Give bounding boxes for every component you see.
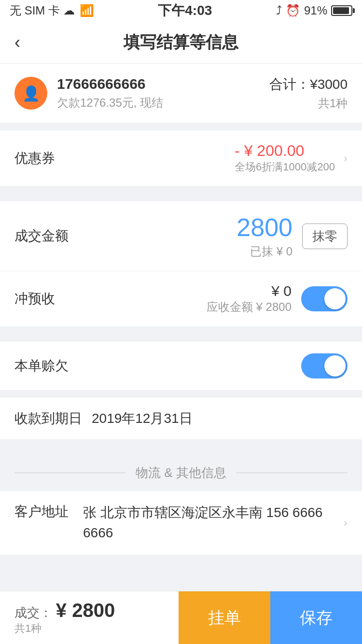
prepay-toggle[interactable] (301, 286, 348, 311)
status-bar: 无 SIM 卡 ☁ 📶 下午4:03 ⤴ ⏰ 91% (0, 0, 362, 21)
prepay-amount: ¥ 0 (207, 283, 292, 299)
prepay-label: 冲预收 (14, 290, 55, 308)
alarm-icon: ⏰ (286, 4, 300, 17)
customer-info: 17666666666 欠款1276.35元, 现结 (57, 76, 163, 111)
logistics-label: 物流 & 其他信息 (136, 464, 226, 481)
address-row[interactable]: 客户地址 张 北京市市辖区海淀区永丰南 156 6666 6666 › (0, 491, 362, 555)
nav-bar: ‹ 填写结算等信息 (0, 21, 362, 64)
due-date-label: 收款到期日 (14, 409, 82, 428)
section-divider-3 (0, 447, 362, 455)
deal-amount-col: 2800 已抹 ¥ 0 (237, 213, 292, 259)
back-button[interactable]: ‹ (14, 34, 20, 51)
debt-label: 本单赊欠 (14, 357, 69, 375)
customer-count: 共1种 (269, 96, 348, 111)
logistics-divider: 物流 & 其他信息 (0, 455, 362, 491)
chevron-right-icon: › (344, 152, 348, 165)
customer-debt-note: 欠款1276.35元, 现结 (57, 95, 163, 111)
customer-phone: 17666666666 (57, 76, 163, 92)
avatar: 👤 (14, 77, 47, 110)
customer-left: 👤 17666666666 欠款1276.35元, 现结 (14, 76, 163, 111)
location-icon: ⤴ (276, 4, 282, 17)
summary-amount: ¥ 2800 (56, 600, 115, 621)
hold-button[interactable]: 挂单 (179, 591, 270, 644)
bottom-bar: 成交： ¥ 2800 共1种 挂单 保存 (0, 591, 362, 644)
section-divider-2 (0, 334, 362, 342)
save-button[interactable]: 保存 (270, 591, 362, 644)
address-chevron-icon: › (344, 516, 348, 530)
summary-count: 共1种 (14, 621, 164, 636)
deal-amount-erased: 已抹 ¥ 0 (237, 244, 292, 259)
due-date-row: 收款到期日 2019年12月31日 (0, 398, 362, 439)
battery-icon (331, 5, 352, 16)
coupon-label: 优惠券 (14, 149, 55, 168)
debt-toggle[interactable] (301, 353, 348, 378)
content: 👤 17666666666 欠款1276.35元, 现结 合计：¥3000 共1… (0, 64, 362, 644)
bottom-summary: 成交： ¥ 2800 共1种 (0, 600, 179, 636)
coupon-info: - ¥ 200.00 全场6折满1000减200 (235, 142, 335, 174)
status-right: ⤴ ⏰ 91% (276, 4, 352, 17)
divider-line-right (236, 473, 348, 473)
battery-percent: 91% (304, 4, 327, 17)
prepay-right: ¥ 0 应收金额 ¥ 2800 (207, 283, 348, 315)
customer-card: 👤 17666666666 欠款1276.35元, 现结 合计：¥3000 共1… (0, 64, 362, 123)
section-divider-1 (0, 194, 362, 201)
deal-amount-value-area: 2800 已抹 ¥ 0 抹零 (237, 213, 348, 259)
prepay-amount-col: ¥ 0 应收金额 ¥ 2800 (207, 283, 292, 315)
address-label: 客户地址 (14, 503, 69, 521)
page-title: 填写结算等信息 (124, 31, 238, 54)
divider-line-left (14, 473, 126, 473)
round-zero-button[interactable]: 抹零 (302, 224, 348, 249)
summary-prefix: 成交： (14, 605, 52, 620)
debt-row: 本单赊欠 (0, 342, 362, 390)
deal-amount-value: 2800 (237, 213, 292, 242)
deal-amount-label: 成交金额 (14, 227, 69, 245)
customer-total: 合计：¥3000 (269, 75, 348, 94)
customer-right: 合计：¥3000 共1种 (269, 75, 348, 111)
status-left: 无 SIM 卡 ☁ 📶 (10, 3, 94, 18)
deal-amount-section: 成交金额 2800 已抹 ¥ 0 抹零 冲预收 ¥ 0 应收金额 ¥ 2800 (0, 201, 362, 326)
due-date-value: 2019年12月31日 (92, 409, 193, 428)
debt-toggle-thumb (324, 355, 346, 377)
status-time: 下午4:03 (158, 1, 212, 20)
sim-label: 无 SIM 卡 ☁ (10, 3, 75, 18)
coupon-row[interactable]: 优惠券 - ¥ 200.00 全场6折满1000减200 › (0, 130, 362, 186)
wifi-icon: 📶 (80, 4, 94, 17)
person-icon: 👤 (22, 85, 40, 102)
address-value: 张 北京市市辖区海淀区永丰南 156 6666 6666 (83, 503, 339, 543)
coupon-right: - ¥ 200.00 全场6折满1000减200 › (235, 142, 348, 174)
coupon-amount: - ¥ 200.00 (235, 142, 335, 160)
prepay-receivable: 应收金额 ¥ 2800 (207, 299, 292, 315)
deal-amount-row: 成交金额 2800 已抹 ¥ 0 抹零 (0, 201, 362, 271)
summary-line: 成交： ¥ 2800 (14, 600, 164, 621)
prepay-row: 冲预收 ¥ 0 应收金额 ¥ 2800 (0, 271, 362, 326)
coupon-description: 全场6折满1000减200 (235, 160, 335, 174)
toggle-thumb (324, 288, 346, 309)
